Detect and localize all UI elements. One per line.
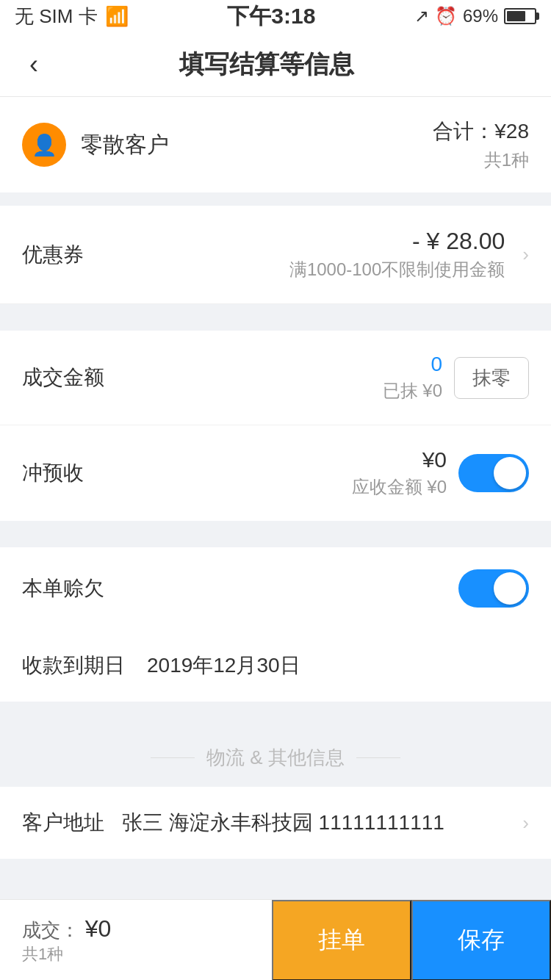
transaction-row: 成交金额 已抹 ¥0 抹零 [0, 331, 551, 425]
prepayment-sub: 应收金额 ¥0 [352, 475, 447, 499]
prepayment-right: ¥0 应收金额 ¥0 [352, 447, 529, 499]
due-date-label: 收款到期日 [22, 652, 125, 680]
page-title: 填写结算等信息 [46, 48, 488, 82]
hang-button[interactable]: 挂单 [272, 900, 411, 981]
transaction-label: 成交金额 [22, 364, 110, 392]
debt-right [458, 569, 529, 608]
customer-row: 👤 零散客户 合计：¥28 共1种 [0, 97, 551, 192]
divider-right [356, 757, 400, 758]
nav-bar: ‹ 填写结算等信息 [0, 32, 551, 97]
section-divider-1 [0, 317, 551, 331]
address-label: 客户地址 [22, 809, 110, 837]
due-date-value: 2019年12月30日 [147, 652, 300, 680]
address-value: 张三 海淀永丰科技园 11111111111 [122, 809, 511, 837]
coupon-row[interactable]: 优惠券 - ¥ 28.00 满1000-100不限制使用金额 › [0, 206, 551, 304]
status-right: ↗ ⏰ 69% [414, 6, 536, 26]
debt-toggle-knob [494, 572, 526, 605]
battery-percent: 69% [463, 6, 498, 26]
coupon-right: - ¥ 28.00 满1000-100不限制使用金额 › [289, 228, 529, 281]
round-zero-button[interactable]: 抹零 [454, 357, 529, 399]
coupon-label: 优惠券 [22, 241, 110, 269]
bottom-transaction-line: 成交： ¥0 [22, 915, 250, 943]
bottom-transaction-label: 成交： [22, 919, 79, 941]
status-left: 无 SIM 卡 📶 [15, 4, 129, 29]
save-button[interactable]: 保存 [411, 900, 551, 981]
coupon-chevron: › [522, 243, 529, 266]
transaction-input[interactable] [383, 353, 442, 376]
coupon-card: 优惠券 - ¥ 28.00 满1000-100不限制使用金额 › [0, 206, 551, 304]
debt-toggle[interactable] [458, 569, 529, 608]
address-row[interactable]: 客户地址 张三 海淀永丰科技园 11111111111 › [0, 787, 551, 859]
transaction-card: 成交金额 已抹 ¥0 抹零 冲预收 ¥0 应收金额 ¥0 [0, 331, 551, 521]
customer-left: 👤 零散客户 [22, 123, 169, 167]
coupon-sub: 满1000-100不限制使用金额 [289, 258, 505, 281]
debt-row: 本单赊欠 [0, 547, 551, 630]
customer-right: 合计：¥28 共1种 [433, 118, 529, 172]
customer-name: 零散客户 [81, 130, 169, 160]
bottom-count: 共1种 [22, 943, 250, 965]
prepayment-label: 冲预收 [22, 459, 110, 487]
battery-icon [504, 8, 536, 24]
customer-avatar: 👤 [22, 123, 66, 167]
debt-label: 本单赊欠 [22, 574, 110, 602]
carrier-label: 无 SIM 卡 [15, 4, 98, 29]
divider-left [151, 757, 195, 758]
address-chevron: › [522, 812, 529, 835]
wifi-icon: 📶 [105, 5, 129, 28]
section-divider-3 [0, 715, 551, 728]
status-bar: 无 SIM 卡 📶 下午3:18 ↗ ⏰ 69% [0, 0, 551, 32]
prepayment-row: 冲预收 ¥0 应收金额 ¥0 [0, 425, 551, 521]
toggle-knob [494, 457, 526, 489]
prepayment-amount: ¥0 [352, 447, 447, 472]
bottom-bar: 成交： ¥0 共1种 挂单 保存 [0, 899, 551, 980]
due-date-row: 收款到期日 2019年12月30日 [0, 630, 551, 702]
alarm-icon: ⏰ [435, 6, 457, 26]
bottom-left: 成交： ¥0 共1种 [0, 915, 272, 965]
coupon-value-block: - ¥ 28.00 满1000-100不限制使用金额 [289, 228, 505, 281]
prepayment-toggle[interactable] [458, 454, 529, 492]
logistics-label: 物流 & 其他信息 [206, 745, 345, 771]
section-divider-2 [0, 534, 551, 547]
customer-count: 共1种 [433, 148, 529, 172]
location-icon: ↗ [414, 6, 429, 26]
time-label: 下午3:18 [227, 1, 315, 32]
transaction-sub: 已抹 ¥0 [383, 379, 442, 403]
back-button[interactable]: ‹ [22, 42, 46, 87]
customer-total: 合计：¥28 [433, 118, 529, 145]
prepayment-value-block: ¥0 应收金额 ¥0 [352, 447, 447, 499]
bottom-transaction-amount: ¥0 [85, 915, 112, 942]
content: 👤 零散客户 合计：¥28 共1种 优惠券 - ¥ 28.00 满1000-10… [0, 97, 551, 960]
transaction-right: 已抹 ¥0 抹零 [383, 353, 529, 403]
logistics-section-header: 物流 & 其他信息 [0, 728, 551, 787]
coupon-discount: - ¥ 28.00 [289, 228, 505, 255]
transaction-value-block: 已抹 ¥0 [383, 353, 442, 403]
debt-card: 本单赊欠 收款到期日 2019年12月30日 [0, 547, 551, 702]
avatar-icon: 👤 [32, 133, 57, 157]
address-card: 客户地址 张三 海淀永丰科技园 11111111111 › [0, 787, 551, 859]
